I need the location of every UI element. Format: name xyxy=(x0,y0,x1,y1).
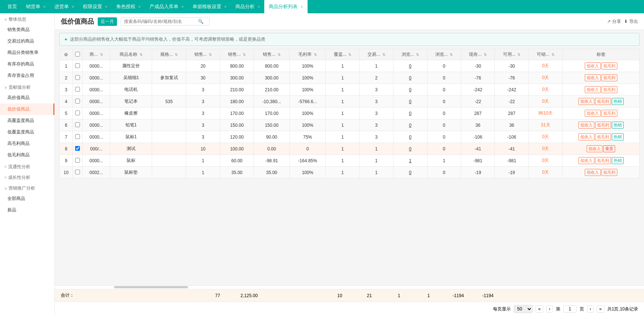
view-link[interactable]: 0 xyxy=(409,64,412,69)
view-link[interactable]: 0 xyxy=(409,99,412,104)
search-icon[interactable]: 🔍 xyxy=(198,19,204,24)
row-checkbox[interactable] xyxy=(75,158,80,163)
tag-label: 低毛利 xyxy=(601,62,617,69)
view2-col-header[interactable]: 浏览... ⇅ xyxy=(427,49,461,60)
close-roles[interactable]: × xyxy=(138,4,141,9)
sidebar-item-low-value[interactable]: 低价值商品 xyxy=(0,103,54,115)
spec-col-header[interactable]: 规格... ⇅ xyxy=(152,49,186,60)
close-template[interactable]: × xyxy=(224,4,227,9)
stock1-col-header[interactable]: 现有... ⇅ xyxy=(461,49,494,60)
view-link[interactable]: 0 xyxy=(409,87,412,92)
nav-product-analysis[interactable]: 商品分析 × xyxy=(231,0,264,13)
view-link[interactable]: 0 xyxy=(409,123,412,128)
close-sales-order[interactable]: × xyxy=(43,4,46,9)
nav-inventory[interactable]: 产成品入库单 × xyxy=(145,0,188,13)
sidebar-item-traded-products[interactable]: 交易过的商品 xyxy=(0,35,54,47)
sidebar-item-category-sales-rate[interactable]: 商品分类销售率 xyxy=(0,47,54,58)
next-page-button[interactable]: › xyxy=(587,305,594,313)
nav-template[interactable]: 单据模板设置 × xyxy=(188,0,231,13)
row-checkbox[interactable] xyxy=(75,99,80,103)
sidebar-group-growth[interactable]: > 成长性分析 xyxy=(0,171,54,182)
per-page-select[interactable]: 50 100 200 xyxy=(514,305,533,313)
row-checkbox[interactable] xyxy=(75,134,80,139)
trade-col-header[interactable]: 交易... ⇅ xyxy=(359,49,393,60)
row-checkbox[interactable] xyxy=(75,122,80,127)
view-link[interactable]: 1 xyxy=(409,158,412,163)
row-checkbox[interactable] xyxy=(75,170,80,174)
nav-permissions[interactable]: 权限设置 × xyxy=(78,0,112,13)
days-cell: 0天 xyxy=(529,60,562,72)
row-checkbox[interactable] xyxy=(75,63,80,68)
sidebar-item-high-coverage[interactable]: 高覆盖度商品 xyxy=(0,115,54,126)
sales1-col-header[interactable]: 销售... ⇅ xyxy=(186,49,220,60)
tag-label: 低毛利 xyxy=(595,122,611,129)
margin-cell: 100% xyxy=(289,72,326,84)
view-link[interactable]: 0 xyxy=(409,75,412,81)
scrollbar-thumb[interactable] xyxy=(114,286,188,288)
select-all-checkbox[interactable] xyxy=(75,52,80,57)
table-row: 3 0000... 电话机 3 210.00 210.00 100% 1 3 0… xyxy=(60,84,640,96)
sales3-col-header[interactable]: 销售... ⇅ xyxy=(254,49,290,60)
coverage-cell: 1 xyxy=(326,167,359,179)
code-col-header[interactable]: 商... ⇅ xyxy=(83,49,110,60)
spec-cell xyxy=(152,60,186,72)
row-checkbox[interactable] xyxy=(75,111,80,115)
search-input[interactable] xyxy=(124,19,198,24)
close-permissions[interactable]: × xyxy=(105,4,107,9)
last-page-button[interactable]: » xyxy=(597,305,604,313)
close-product-analysis[interactable]: × xyxy=(258,4,260,9)
sidebar-item-in-stock-products[interactable]: 有库存的商品 xyxy=(0,58,54,70)
sidebar-item-low-margin[interactable]: 低毛利商品 xyxy=(0,149,54,161)
tag-label: 低毛利 xyxy=(601,86,617,93)
sales3-cell: 300.00 xyxy=(254,72,290,84)
tag-label: 低毛利 xyxy=(601,74,617,81)
close-product-analysis-list[interactable]: × xyxy=(301,4,303,9)
stock2-cell: 287 xyxy=(495,108,529,119)
margin-col-header[interactable]: 毛利率 ⇅ xyxy=(289,49,326,60)
export-button[interactable]: ⬇ 导出 xyxy=(624,18,638,25)
sidebar: ∨ 整体信息 销售类商品 交易过的商品 商品分类销售率 有库存的商品 库存资金占… xyxy=(0,13,55,316)
tag-label: 低毛利 xyxy=(601,110,617,117)
sidebar-item-high-value[interactable]: 高价值商品 xyxy=(0,92,54,103)
nav-home[interactable]: 首页 xyxy=(3,0,21,13)
nav-roles[interactable]: 角色授权 × xyxy=(112,0,145,13)
sidebar-item-sales-products[interactable]: 销售类商品 xyxy=(0,24,54,35)
sidebar-item-all-products[interactable]: 全部商品 xyxy=(0,193,54,204)
first-page-button[interactable]: « xyxy=(536,305,543,313)
close-purchase-order[interactable]: × xyxy=(72,4,74,9)
code-cell: 0000... xyxy=(83,108,110,119)
page-number-input[interactable] xyxy=(563,305,577,313)
share-button[interactable]: ↗ 分享 xyxy=(607,18,621,25)
view-link[interactable]: 0 xyxy=(409,111,412,116)
settings-col-header[interactable]: ⚙ xyxy=(60,49,73,60)
page-label-end: 页 xyxy=(580,306,584,312)
row-checkbox[interactable] xyxy=(75,146,80,151)
stock2-cell: -19 xyxy=(495,167,529,179)
settings-icon[interactable]: ⚙ xyxy=(64,52,68,57)
nav-product-analysis-list[interactable]: 商品分析列表 × xyxy=(264,0,307,13)
view-link[interactable]: 0 xyxy=(409,135,412,140)
sidebar-item-new-products[interactable]: 新品 xyxy=(0,204,54,216)
sidebar-item-low-coverage[interactable]: 低覆盖度商品 xyxy=(0,126,54,138)
close-inventory[interactable]: × xyxy=(181,4,184,9)
sales2-col-header[interactable]: 销售... ⇅ xyxy=(220,49,254,60)
row-checkbox[interactable] xyxy=(75,87,80,92)
sidebar-group-liquidity[interactable]: > 流通性分析 xyxy=(0,161,54,171)
sidebar-item-high-margin[interactable]: 高毛利商品 xyxy=(0,138,54,149)
nav-sales-order[interactable]: 销货单 × xyxy=(21,0,50,13)
view1-col-header[interactable]: 浏览... ⇅ xyxy=(393,49,427,60)
time-filter-button[interactable]: 近一月 xyxy=(98,17,117,26)
coverage-col-header[interactable]: 覆盖... ⇅ xyxy=(326,49,359,60)
spec-cell xyxy=(152,131,186,143)
stock2-col-header[interactable]: 可用... ⇅ xyxy=(495,49,529,60)
name-col-header[interactable]: 商品名称 ⇅ xyxy=(110,49,152,60)
view-link[interactable]: 0 xyxy=(409,170,412,175)
saleable-col-header[interactable]: 可销... ⇅ xyxy=(529,49,562,60)
horizontal-scrollbar[interactable] xyxy=(55,285,644,289)
nav-purchase-order[interactable]: 进货单 × xyxy=(50,0,78,13)
days-cell: 0天 xyxy=(529,167,562,179)
row-checkbox[interactable] xyxy=(75,75,80,80)
prev-page-button[interactable]: ‹ xyxy=(546,305,553,313)
sidebar-item-inventory-funds[interactable]: 库存资金占用 xyxy=(0,70,54,81)
view-link[interactable]: 0 xyxy=(409,146,412,152)
